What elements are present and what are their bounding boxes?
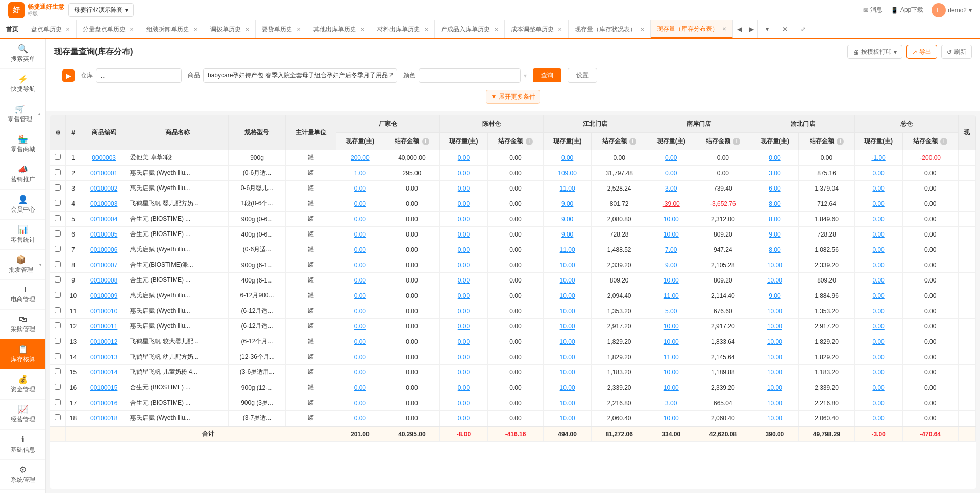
row-code[interactable]: 00100011	[81, 319, 127, 334]
column-settings-icon[interactable]: ⚙	[53, 128, 62, 137]
sidebar-item-marketing[interactable]: 📣 营销推广	[0, 159, 45, 190]
row-total-qty[interactable]: 0.00	[854, 273, 902, 288]
row-total-qty[interactable]: 0.00	[854, 181, 902, 196]
sidebar-item-search[interactable]: 🔍 搜索英单	[0, 39, 45, 69]
row-code[interactable]: 00100009	[81, 288, 127, 303]
sidebar-item-mall[interactable]: 🏪 零售商城	[0, 129, 45, 159]
print-btn[interactable]: 🖨 按模板打印 ▾	[847, 45, 902, 59]
row-check[interactable]	[50, 303, 66, 319]
sidebar-item-retail-stats[interactable]: 📊 零售统计	[0, 220, 45, 250]
row-code[interactable]: 00100005	[81, 227, 127, 242]
sidebar-item-ecommerce[interactable]: 🖥 电商管理	[0, 280, 45, 310]
row-check[interactable]	[50, 395, 66, 411]
info-icon[interactable]: i	[733, 138, 740, 145]
close-icon[interactable]: ✕	[722, 26, 726, 32]
row-yubei-qty[interactable]: 10.00	[751, 319, 799, 334]
row-factory-qty[interactable]: 200.00	[336, 150, 384, 166]
row-yubei-qty[interactable]: 10.00	[751, 411, 799, 427]
close-icon[interactable]: ✕	[66, 27, 70, 32]
row-jiangbei-qty[interactable]: 9.00	[544, 212, 592, 227]
row-check[interactable]	[50, 273, 66, 288]
row-chenshi-qty[interactable]: 0.00	[440, 319, 488, 334]
row-check[interactable]	[50, 349, 66, 365]
row-yubei-qty[interactable]: 9.00	[751, 288, 799, 303]
row-code[interactable]: 00100002	[81, 181, 127, 196]
row-yubei-qty[interactable]: 6.00	[751, 181, 799, 196]
row-yubei-qty[interactable]: 9.00	[751, 227, 799, 242]
row-yubei-qty[interactable]: 8.00	[751, 196, 799, 212]
tab-cailiao[interactable]: 材料出库单历史 ✕	[371, 20, 435, 38]
row-check[interactable]	[50, 334, 66, 349]
row-check[interactable]	[50, 257, 66, 273]
close-icon[interactable]: ✕	[360, 27, 364, 32]
row-check[interactable]	[50, 242, 66, 257]
settings-btn[interactable]: 设置	[568, 68, 597, 83]
row-code[interactable]: 00100001	[81, 166, 127, 181]
row-factory-qty[interactable]: 0.00	[336, 349, 384, 365]
row-factory-qty[interactable]: 0.00	[336, 227, 384, 242]
sidebar-item-purchase[interactable]: 🛍 采购管理	[0, 310, 45, 339]
row-factory-qty[interactable]: 0.00	[336, 242, 384, 257]
row-factory-qty[interactable]: 0.00	[336, 395, 384, 411]
info-icon[interactable]: i	[629, 138, 636, 145]
sidebar-item-operations[interactable]: 📈 经营管理	[0, 400, 45, 430]
row-factory-qty[interactable]: 0.00	[336, 334, 384, 349]
row-nanan-qty[interactable]: 10.00	[647, 380, 695, 395]
row-chenshi-qty[interactable]: 0.00	[440, 303, 488, 319]
row-yubei-qty[interactable]: 8.00	[751, 212, 799, 227]
row-nanan-qty[interactable]: 3.00	[647, 395, 695, 411]
row-total-qty[interactable]: 0.00	[854, 411, 902, 427]
row-nanan-qty[interactable]: 0.00	[647, 150, 695, 166]
row-jiangbei-qty[interactable]: 11.00	[544, 242, 592, 257]
row-jiangbei-qty[interactable]: 10.00	[544, 334, 592, 349]
row-yubei-qty[interactable]: 10.00	[751, 303, 799, 319]
row-chenshi-qty[interactable]: 0.00	[440, 227, 488, 242]
row-check[interactable]	[50, 380, 66, 395]
row-chenshi-qty[interactable]: 0.00	[440, 349, 488, 365]
row-total-qty[interactable]: 0.00	[854, 288, 902, 303]
info-icon[interactable]: i	[940, 138, 947, 145]
tab-chengben[interactable]: 成本调整单历史 ✕	[505, 20, 569, 38]
close-icon[interactable]: ✕	[130, 27, 134, 32]
row-nanan-qty[interactable]: 9.00	[647, 257, 695, 273]
tab-pandian[interactable]: 盘点单历史 ✕	[25, 20, 77, 38]
row-nanan-qty[interactable]: 0.00	[647, 166, 695, 181]
row-chenshi-qty[interactable]: 0.00	[440, 395, 488, 411]
info-icon[interactable]: i	[422, 138, 429, 145]
goods-input[interactable]	[203, 68, 397, 83]
row-chenshi-qty[interactable]: 0.00	[440, 196, 488, 212]
row-chenshi-qty[interactable]: 0.00	[440, 212, 488, 227]
row-chenshi-qty[interactable]: 0.00	[440, 380, 488, 395]
row-nanan-qty[interactable]: 10.00	[647, 365, 695, 380]
row-total-qty[interactable]: 0.00	[854, 227, 902, 242]
row-factory-qty[interactable]: 0.00	[336, 411, 384, 427]
tab-more-btn[interactable]: ▾	[757, 20, 776, 38]
row-factory-qty[interactable]: 0.00	[336, 257, 384, 273]
row-code[interactable]: 0000003	[81, 150, 127, 166]
row-code[interactable]: 00100014	[81, 365, 127, 380]
row-total-qty[interactable]: 0.00	[854, 349, 902, 365]
row-jiangbei-qty[interactable]: 9.00	[544, 196, 592, 212]
row-total-qty[interactable]: 0.00	[854, 212, 902, 227]
close-icon[interactable]: ✕	[558, 27, 562, 32]
row-yubei-qty[interactable]: 10.00	[751, 395, 799, 411]
close-icon[interactable]: ✕	[245, 27, 249, 32]
row-chenshi-qty[interactable]: 0.00	[440, 257, 488, 273]
row-jiangbei-qty[interactable]: 109.00	[544, 166, 592, 181]
row-yubei-qty[interactable]: 10.00	[751, 380, 799, 395]
close-icon[interactable]: ✕	[193, 27, 198, 32]
info-icon[interactable]: i	[837, 138, 844, 145]
row-chenshi-qty[interactable]: 0.00	[440, 273, 488, 288]
row-factory-qty[interactable]: 0.00	[336, 380, 384, 395]
row-jiangbei-qty[interactable]: 9.00	[544, 227, 592, 242]
row-nanan-qty[interactable]: 10.00	[647, 319, 695, 334]
row-check[interactable]	[50, 411, 66, 427]
tab-chanchenpin[interactable]: 产成品入库单历史 ✕	[435, 20, 505, 38]
row-check[interactable]	[50, 319, 66, 334]
row-jiangbei-qty[interactable]: 11.00	[544, 181, 592, 196]
row-jiangbei-qty[interactable]: 10.00	[544, 395, 592, 411]
row-code[interactable]: 00100004	[81, 212, 127, 227]
row-total-qty[interactable]: 0.00	[854, 334, 902, 349]
row-jiangbei-qty[interactable]: 10.00	[544, 257, 592, 273]
row-check[interactable]	[50, 227, 66, 242]
